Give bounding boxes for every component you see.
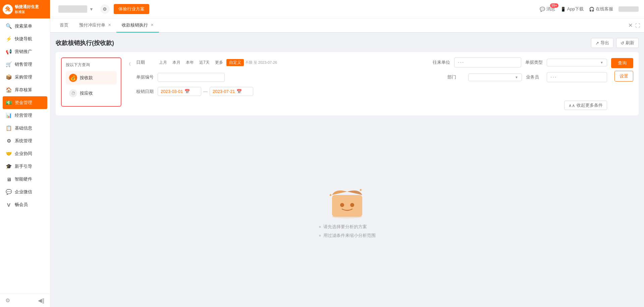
sidebar-item-marketing[interactable]: 📢 营销推广 xyxy=(0,45,50,58)
online-service-label: 在线客服 xyxy=(596,6,613,12)
sidebar-item-quicknav[interactable]: ⚡ 快捷导航 xyxy=(0,33,50,45)
filter-right-form: 日期 上月 本月 本年 近7天 更多 自定义 不限 至 2023-07-26 往… xyxy=(136,57,607,110)
filter-card: 按以下方查询 💰 按收款 ⏱ 按应收 《 xyxy=(56,52,639,115)
sidebar-item-guide[interactable]: 🎓 新手引导 xyxy=(0,160,50,173)
empty-hint-2: 用过滤条件来缩小分析范围 xyxy=(319,231,376,240)
service-icon: 🎧 xyxy=(589,7,594,12)
filter-row-1: 日期 上月 本月 本年 近7天 更多 自定义 不限 至 2023-07-26 往… xyxy=(136,57,607,67)
date-this-year[interactable]: 本年 xyxy=(184,59,196,66)
date-this-month[interactable]: 本月 xyxy=(170,59,182,66)
sidebar-item-operations[interactable]: 📊 经营管理 xyxy=(0,109,50,122)
sidebar-item-inventory[interactable]: 🏠 库存核算 xyxy=(0,84,50,96)
wechat-icon: 💬 xyxy=(5,189,12,195)
tab-writeoff-close-icon[interactable]: ✕ xyxy=(151,23,154,27)
collapse-more-label: 收起更多条件 xyxy=(577,102,603,108)
logo-icon: 兔 xyxy=(3,4,13,14)
funds-icon: 💵 xyxy=(5,100,12,106)
sidebar-item-sales[interactable]: 🛒 销售管理 xyxy=(0,58,50,71)
sidebar-item-purchase[interactable]: 📦 采购管理 xyxy=(0,71,50,84)
sidebar-item-hardware[interactable]: 🖥 智能硬件 xyxy=(0,173,50,186)
filter-option-by-receivable[interactable]: ⏱ 按应收 xyxy=(66,87,117,100)
filter-option-by-receipt[interactable]: 💰 按收款 xyxy=(66,71,117,85)
dept-select[interactable]: ▼ xyxy=(468,73,522,81)
refresh-button[interactable]: ↺ 刷新 xyxy=(616,38,639,48)
tab-writeoff[interactable]: 收款核销执行 ✕ xyxy=(116,18,159,33)
sales-icon: 🛒 xyxy=(5,61,12,67)
purchase-icon: 📦 xyxy=(5,74,12,80)
filter-panel-title: 按以下方查询 xyxy=(66,62,117,68)
date-last-month[interactable]: 上月 xyxy=(157,59,169,66)
app-selector[interactable]: 选择 ▼ xyxy=(56,5,96,13)
export-button[interactable]: ↗ 导出 xyxy=(591,38,613,48)
message-action[interactable]: 💬 消息 99+ xyxy=(540,6,555,12)
sidebar-item-collab[interactable]: 🤝 企业协同 xyxy=(0,147,50,160)
app-download-action[interactable]: 📱 App下载 xyxy=(560,6,584,12)
empty-state-svg: ✦ ✦ xyxy=(325,182,369,218)
sidebar-footer: ⚙ ◀‖ xyxy=(0,294,50,307)
empty-text: 请先选择要分析的方案 用过滤条件来缩小分析范围 xyxy=(319,222,376,240)
date-7days[interactable]: 近7天 xyxy=(197,59,212,66)
writeoff-date-end-input[interactable]: 2023-07-21 📅 xyxy=(210,87,253,96)
sidebar-item-search-label: 搜索菜单 xyxy=(15,23,32,29)
industry-button[interactable]: 体验行业方案 xyxy=(114,4,149,14)
setting-button[interactable]: 设置 xyxy=(614,71,633,82)
gear-button[interactable]: ⚙ xyxy=(100,4,110,14)
expand-icon[interactable]: ⛶ xyxy=(635,23,640,28)
empty-illustration: ✦ ✦ xyxy=(325,182,369,218)
voucher-no-label: 单据编号 xyxy=(136,74,154,80)
writeoff-date-range: 2023-03-01 📅 — 2023-07-21 📅 xyxy=(158,87,253,96)
filter-row-2: 单据编号 部门 ▼ 业务员 ··· xyxy=(136,72,607,82)
sidebar-logo: 兔 畅捷通好生意 标准版 xyxy=(0,0,50,18)
sidebar-item-system[interactable]: ⚙ 系统管理 xyxy=(0,135,50,147)
counterpart-dots: ··· xyxy=(458,59,464,65)
online-service-action[interactable]: 🎧 在线客服 xyxy=(589,6,613,12)
close-all-icon[interactable]: ✕ xyxy=(628,22,633,29)
sidebar-item-basics[interactable]: 📋 基础信息 xyxy=(0,122,50,135)
app-edition: 标准版 xyxy=(15,10,39,14)
voucher-type-label: 单据类型 xyxy=(525,59,543,65)
topbar-right: 💬 消息 99+ 📱 App下载 🎧 在线客服 Rit xyxy=(540,6,639,12)
settings-icon[interactable]: ⚙ xyxy=(5,297,10,304)
page-actions: ↗ 导出 ↺ 刷新 xyxy=(591,38,639,48)
collab-icon: 🤝 xyxy=(5,151,12,157)
counterpart-select[interactable]: ··· xyxy=(454,57,521,67)
member-icon: V xyxy=(5,202,12,208)
writeoff-date-start-input[interactable]: 2023-03-01 📅 xyxy=(158,87,201,96)
date-more[interactable]: 更多 xyxy=(213,59,225,66)
collapse-up-icon: ∧∧ xyxy=(569,103,575,108)
refresh-icon: ↺ xyxy=(621,41,624,46)
query-button[interactable]: 查询 xyxy=(611,58,633,68)
sidebar-item-member[interactable]: V 畅会员 xyxy=(0,198,50,211)
tabbar-actions: ✕ ⛶ xyxy=(628,22,640,29)
staff-select[interactable]: ··· xyxy=(547,72,607,82)
receipt-icon: 💰 xyxy=(69,74,77,82)
collapse-filter-btn[interactable]: 《 xyxy=(125,57,132,110)
calendar-start-icon: 📅 xyxy=(184,89,190,94)
tab-prepay[interactable]: 预付冲应付单 ✕ xyxy=(74,18,116,33)
collapse-more-btn[interactable]: ∧∧ 收起更多条件 xyxy=(564,101,607,110)
collapse-sidebar-icon[interactable]: ◀‖ xyxy=(38,297,45,304)
tab-home[interactable]: 首页 xyxy=(54,18,74,33)
voucher-type-select[interactable]: ▼ xyxy=(547,59,607,66)
date-label: 日期 xyxy=(136,59,153,65)
sidebar-item-funds[interactable]: 💵 资金管理 xyxy=(3,96,47,109)
sidebar-item-operations-label: 经营管理 xyxy=(15,112,32,118)
sidebar-item-basics-label: 基础信息 xyxy=(15,125,32,131)
date-hint: 不限 至 2023-07-26 xyxy=(245,60,277,65)
date-custom[interactable]: 自定义 xyxy=(226,59,244,66)
filter-left-panel: 按以下方查询 💰 按收款 ⏱ 按应收 xyxy=(61,57,121,110)
topbar: 选择 ▼ ⚙ 体验行业方案 💬 消息 99+ 📱 App下载 🎧 在线客服 Ri… xyxy=(50,0,644,18)
export-icon: ↗ xyxy=(595,41,599,46)
tab-prepay-close-icon[interactable]: ✕ xyxy=(108,23,111,27)
calendar-end-icon: 📅 xyxy=(236,89,242,94)
writeoff-date-start-value: 2023-03-01 xyxy=(161,89,183,94)
filter-actions: 查询 设置 xyxy=(611,57,633,110)
sidebar-item-wechat[interactable]: 💬 企业微信 xyxy=(0,186,50,198)
filter-row-3: 核销日期 2023-03-01 📅 — 2023-07-21 📅 xyxy=(136,87,607,96)
sidebar-item-search[interactable]: 🔍 搜索菜单 xyxy=(0,20,50,33)
sidebar-item-inventory-label: 库存核算 xyxy=(15,87,32,93)
sidebar-item-funds-label: 资金管理 xyxy=(15,100,32,106)
download-icon: 📱 xyxy=(560,7,566,12)
voucher-no-input[interactable] xyxy=(158,73,225,82)
user-display[interactable]: Rit xyxy=(619,6,639,12)
